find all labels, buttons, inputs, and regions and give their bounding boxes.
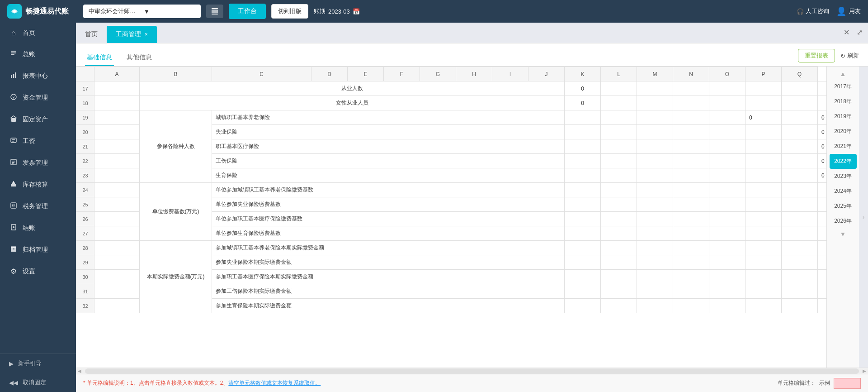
sidebar-item-unpin[interactable]: ◀◀ 取消固定 <box>0 373 76 392</box>
cell-col12-18[interactable] <box>637 96 673 110</box>
cell-col16-23[interactable] <box>782 168 818 183</box>
cell-col12-32[interactable] <box>637 299 673 313</box>
year-nav-up[interactable]: ▲ <box>838 68 848 79</box>
window-close-btn[interactable]: ✕ <box>842 26 851 38</box>
tab-close-btn[interactable]: × <box>145 31 148 38</box>
year-item-2020[interactable]: 2020年 <box>830 124 857 139</box>
cell-col14-25[interactable] <box>709 197 745 212</box>
year-item-2026[interactable]: 2026年 <box>830 214 857 229</box>
cell-p-24[interactable] <box>818 183 827 197</box>
cell-col11-30[interactable] <box>601 270 637 284</box>
cell-col13-17[interactable] <box>673 81 709 96</box>
cell-col13-22[interactable] <box>673 154 709 168</box>
company-settings-btn[interactable] <box>206 5 223 18</box>
cell-a-19[interactable] <box>94 110 140 125</box>
cell-col16-31[interactable] <box>782 284 818 299</box>
cell-p-20[interactable]: 0 <box>818 125 827 139</box>
sub-tab-basic-info[interactable]: 基础信息 <box>85 50 114 66</box>
year-item-2017[interactable]: 2017年 <box>830 79 857 94</box>
cell-a-25[interactable] <box>94 197 140 212</box>
cell-col15-29[interactable] <box>745 255 782 270</box>
cell-col11-31[interactable] <box>601 284 637 299</box>
cell-k-22[interactable] <box>565 154 601 168</box>
sidebar-item-new-guide[interactable]: ▶ 新手引导 <box>0 354 76 373</box>
year-item-2021[interactable]: 2021年 <box>830 139 857 154</box>
sub-tab-other-info[interactable]: 其他信息 <box>125 50 154 66</box>
cell-col15-25[interactable] <box>745 197 782 212</box>
cell-c-20[interactable]: 失业保险 <box>212 125 565 139</box>
cell-col12-26[interactable] <box>637 212 673 226</box>
consultation-btn[interactable]: 🎧 人工咨询 <box>797 7 829 15</box>
cell-b-18[interactable]: 女性从业人员 <box>140 96 565 110</box>
cell-c-22[interactable]: 工伤保险 <box>212 154 565 168</box>
cell-c-30[interactable]: 参加职工基本医疗保险本期实际缴费金额 <box>212 270 565 284</box>
cell-a-31[interactable] <box>94 284 140 299</box>
cell-col13-19[interactable] <box>673 110 709 125</box>
cell-c-23[interactable]: 生育保险 <box>212 168 565 183</box>
cell-p-32[interactable] <box>818 299 827 313</box>
cell-c-19[interactable]: 城镇职工基本养老保险 <box>212 110 565 125</box>
cell-col12-23[interactable] <box>637 168 673 183</box>
col-header-h[interactable]: H <box>456 67 492 81</box>
cell-col15-17[interactable] <box>745 81 782 96</box>
cell-col16-32[interactable] <box>782 299 818 313</box>
sidebar-item-fixed-assets[interactable]: 固定资产 <box>0 109 76 130</box>
sidebar-item-payroll[interactable]: 工资 <box>0 130 76 152</box>
cell-col16-22[interactable] <box>782 154 818 168</box>
cell-a-30[interactable] <box>94 270 140 284</box>
cell-col13-21[interactable] <box>673 139 709 154</box>
company-selector[interactable]: 中审众环会计师事务所（特殊普通合伙... ▼ <box>83 5 201 18</box>
cell-col15-24[interactable] <box>745 183 782 197</box>
cell-c-27[interactable]: 单位参加生育保险缴费基数 <box>212 226 565 241</box>
cell-col12-27[interactable] <box>637 226 673 241</box>
window-expand-btn[interactable]: ⤢ <box>855 26 864 38</box>
cell-col13-28[interactable] <box>673 241 709 255</box>
cell-b-17[interactable]: 从业人数 <box>140 81 565 96</box>
cell-col16-30[interactable] <box>782 270 818 284</box>
sidebar-item-tax[interactable]: 税 税务管理 <box>0 196 76 217</box>
cell-p-27[interactable] <box>818 226 827 241</box>
cell-col13-24[interactable] <box>673 183 709 197</box>
cell-col13-30[interactable] <box>673 270 709 284</box>
cell-col14-17[interactable] <box>709 81 745 96</box>
cell-col13-31[interactable] <box>673 284 709 299</box>
year-nav-down[interactable]: ▼ <box>838 229 848 239</box>
cell-col15-20[interactable] <box>745 125 782 139</box>
cell-p-23[interactable]: 0 <box>818 168 827 183</box>
year-item-2024[interactable]: 2024年 <box>830 184 857 199</box>
col-header-o[interactable]: O <box>709 67 745 81</box>
sidebar-item-report[interactable]: 报表中心 <box>0 65 76 87</box>
workbench-btn[interactable]: 工作台 <box>229 4 266 19</box>
cell-col12-28[interactable] <box>637 241 673 255</box>
cell-a-17[interactable] <box>94 81 140 96</box>
cell-col16-17[interactable] <box>782 81 818 96</box>
cell-b-group-28[interactable]: 本期实际缴费金额(万元) <box>140 241 212 313</box>
cell-k-17[interactable]: 0 <box>565 81 601 96</box>
cell-col14-32[interactable] <box>709 299 745 313</box>
cell-col15-30[interactable] <box>745 270 782 284</box>
switch-version-btn[interactable]: 切到旧版 <box>271 4 308 19</box>
cell-a-32[interactable] <box>94 299 140 313</box>
cell-k-28[interactable] <box>565 241 601 255</box>
cell-col12-31[interactable] <box>637 284 673 299</box>
cell-col12-29[interactable] <box>637 255 673 270</box>
cell-a-18[interactable] <box>94 96 140 110</box>
cell-col12-30[interactable] <box>637 270 673 284</box>
cell-k-18[interactable]: 0 <box>565 96 601 110</box>
cell-col15-26[interactable] <box>745 212 782 226</box>
year-item-2023[interactable]: 2023年 <box>830 169 857 184</box>
cell-col14-24[interactable] <box>709 183 745 197</box>
cell-col16-26[interactable] <box>782 212 818 226</box>
year-item-2022[interactable]: 2022年 <box>830 154 857 169</box>
col-header-k[interactable]: K <box>565 67 601 81</box>
col-header-e[interactable]: E <box>348 67 384 81</box>
col-header-m[interactable]: M <box>637 67 673 81</box>
cell-col11-20[interactable] <box>601 125 637 139</box>
cell-col11-23[interactable] <box>601 168 637 183</box>
cell-col17-18[interactable] <box>818 96 827 110</box>
cell-k-25[interactable] <box>565 197 601 212</box>
cell-c-29[interactable]: 参加失业保险本期实际缴费金额 <box>212 255 565 270</box>
cell-k-29[interactable] <box>565 255 601 270</box>
cell-k-31[interactable] <box>565 284 601 299</box>
cell-col13-23[interactable] <box>673 168 709 183</box>
